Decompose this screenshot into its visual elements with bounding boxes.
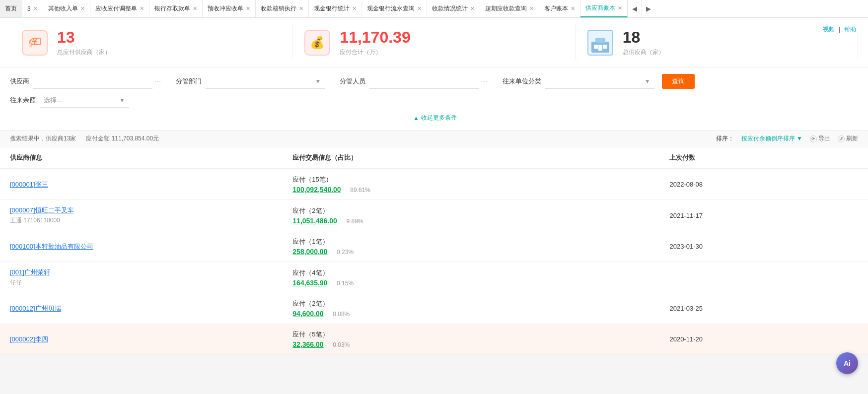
supplier-link-3[interactable]: [000100]本特勤油品有限公司: [10, 242, 292, 251]
transaction-info-1: 应付（15笔） 100,092,540.00 89.61%: [292, 175, 669, 194]
nav-customer-ledger-close[interactable]: ✕: [571, 5, 575, 12]
balance-filter-label: 往来余额: [10, 96, 36, 105]
lastpay-date-2: 2021-11-17: [669, 212, 703, 219]
transaction-pct-3: 0.23%: [337, 249, 354, 256]
lastpay-6: 2020-11-20: [669, 330, 858, 348]
person-filter-dots[interactable]: ···: [481, 77, 487, 86]
supplier-link-5[interactable]: [000012]广州贝瑞: [10, 304, 292, 313]
nav-item-cashflow[interactable]: 现金银行流水查询 ✕: [362, 0, 427, 17]
category-chevron-icon: ▼: [645, 78, 651, 85]
svg-rect-7: [595, 38, 605, 43]
person-filter-input[interactable]: [369, 74, 479, 89]
transaction-pct-2: 9.89%: [346, 218, 363, 225]
transaction-label-5: 应付（2笔）: [292, 299, 669, 308]
supplier-filter-input[interactable]: [33, 74, 152, 89]
transaction-label-1: 应付（15笔）: [292, 175, 669, 184]
sort-label: 按应付余额倒序排序: [741, 135, 795, 142]
filter-supplier: 供应商 ···: [10, 74, 161, 89]
svg-rect-9: [603, 45, 607, 49]
transaction-amount-2[interactable]: 11,051,486.00: [292, 217, 337, 225]
transaction-amount-3[interactable]: 258,000.00: [292, 248, 327, 256]
nav-overdue-close[interactable]: ✕: [529, 5, 534, 12]
category-filter-select[interactable]: ▼: [545, 74, 654, 89]
nav-item-supplier-ledger[interactable]: 供应商账本 ✕: [580, 0, 628, 17]
nav-customer-ledger-label: 客户账本: [544, 4, 568, 13]
top-nav: 首页 3 ✕ 其他收入单 ✕ 应收应付调整单 ✕ 银行存取款单 ✕ 预收冲应收单…: [0, 0, 868, 18]
nav-bank-deposit-close[interactable]: ✕: [193, 5, 197, 12]
lastpay-4: [669, 268, 858, 287]
nav-item-adjustments[interactable]: 应收应付调整单 ✕: [90, 0, 149, 17]
stat-card-payable-suppliers: 🏷 ¥ 13 总应付供应商（家）: [10, 25, 292, 60]
nav-overdue-label: 超期应收款查询: [485, 4, 527, 13]
supplier-filter-label: 供应商: [10, 77, 29, 86]
lastpay-2: 2021-11-17: [669, 206, 858, 225]
help-link[interactable]: 帮助: [844, 25, 856, 34]
supplier-contact-4: 仔仔: [10, 278, 292, 287]
supplier-link-6[interactable]: [000002]李四: [10, 335, 292, 344]
transaction-amount-1[interactable]: 100,092,540.00: [292, 186, 341, 194]
nav-adjustments-close[interactable]: ✕: [140, 5, 144, 12]
supplier-link-4[interactable]: [001]广州荣轩: [10, 268, 292, 277]
collapse-label: 收起更多条件: [421, 114, 457, 122]
supplier-link-1[interactable]: [000001]张三: [10, 180, 292, 189]
transaction-pct-5: 0.08%: [333, 311, 350, 318]
transaction-amount-4[interactable]: 164,635.90: [292, 279, 327, 287]
query-button[interactable]: 查询: [662, 74, 695, 89]
nav-cashbank-stat-close[interactable]: ✕: [352, 5, 357, 12]
collapse-button[interactable]: ▲ 收起更多条件: [411, 114, 457, 122]
nav-3-close[interactable]: ✕: [33, 5, 38, 12]
stat-card-total-suppliers: 18 总供应商（家）: [576, 25, 858, 60]
transaction-amount-6[interactable]: 32,366.00: [292, 340, 323, 348]
supplier-info-3: [000100]本特勤油品有限公司: [10, 237, 292, 256]
nav-item-3[interactable]: 3 ✕: [22, 0, 43, 17]
nav-cashflow-close[interactable]: ✕: [417, 5, 422, 12]
lastpay-date-3: 2023-01-30: [669, 243, 703, 250]
supplier-link-2[interactable]: [000007]恒旺二手叉车: [10, 206, 292, 215]
sort-select[interactable]: 按应付余额倒序排序 ▼: [741, 134, 802, 143]
table-row: [000007]恒旺二手叉车 王通 17106110000 应付（2笔） 11,…: [0, 200, 868, 231]
table-row: [000001]张三 应付（15笔） 100,092,540.00 89.61%…: [0, 169, 868, 200]
dept-filter-select[interactable]: ▼: [206, 74, 325, 89]
nav-receipt-close[interactable]: ✕: [299, 5, 303, 12]
filter-person: 分管人员 ···: [340, 74, 487, 89]
payable-suppliers-label: 总应付供应商（家）: [57, 48, 111, 57]
nav-arrow-left[interactable]: ◀: [628, 0, 642, 18]
nav-advance-close[interactable]: ✕: [246, 5, 250, 12]
nav-3-label: 3: [27, 5, 31, 12]
supplier-count: 搜索结果中，供应商13家: [10, 134, 76, 143]
nav-item-receipt[interactable]: 收款核销执行 ✕: [256, 0, 309, 17]
filter-area: 供应商 ··· 分管部门 ▼ 分管人员 ··· 往来单位分类 ▼ 查询 往来: [0, 68, 868, 131]
nav-item-advance[interactable]: 预收冲应收单 ✕: [203, 0, 256, 17]
nav-item-receipt-stat[interactable]: 收款情况统计 ✕: [427, 0, 480, 17]
table-row: [000012]广州贝瑞 应付（2笔） 94,600.00 0.08% 2021…: [0, 293, 868, 324]
nav-item-overdue[interactable]: 超期应收款查询 ✕: [480, 0, 539, 17]
nav-other-income-close[interactable]: ✕: [80, 5, 85, 12]
dept-filter-label: 分管部门: [176, 77, 202, 86]
refresh-button[interactable]: ↺ 刷新: [838, 134, 858, 143]
payable-total-number: 11,170.39: [340, 29, 410, 46]
supplier-info-5: [000012]广州贝瑞: [10, 299, 292, 318]
nav-item-bank-deposit[interactable]: 银行存取款单 ✕: [149, 0, 203, 17]
total-suppliers-icon: [585, 28, 615, 58]
payable-total-icon: 💰: [302, 28, 332, 58]
transaction-amount-5[interactable]: 94,600.00: [292, 310, 323, 318]
nav-item-cashbank-stat[interactable]: 现金银行统计 ✕: [309, 0, 362, 17]
nav-arrow-right[interactable]: ▶: [642, 0, 655, 18]
nav-item-other-income[interactable]: 其他收入单 ✕: [43, 0, 90, 17]
amount-total: 应付金额 111,703,854.00元: [86, 134, 159, 143]
table-row: [001]广州荣轩 仔仔 应付（4笔） 164,635.90 0.15%: [0, 262, 868, 293]
balance-filter-select[interactable]: 选择... ▼: [40, 93, 129, 108]
transaction-info-6: 应付（5笔） 32,366.00 0.03%: [292, 330, 669, 348]
nav-cashflow-label: 现金银行流水查询: [367, 4, 415, 13]
table-row: [000002]李四 应付（5笔） 32,366.00 0.03% 2020-1…: [0, 324, 868, 355]
nav-supplier-ledger-close[interactable]: ✕: [618, 5, 622, 11]
nav-item-home[interactable]: 首页: [0, 0, 22, 17]
supplier-filter-dots[interactable]: ···: [154, 77, 161, 86]
video-link[interactable]: 视频: [823, 25, 835, 34]
nav-receipt-stat-close[interactable]: ✕: [470, 5, 475, 12]
export-button[interactable]: ⟳ 导出: [810, 134, 830, 143]
header-sep: |: [839, 26, 840, 33]
transaction-label-6: 应付（5笔）: [292, 330, 669, 339]
nav-advance-label: 预收冲应收单: [208, 4, 243, 13]
nav-item-customer-ledger[interactable]: 客户账本 ✕: [539, 0, 580, 17]
